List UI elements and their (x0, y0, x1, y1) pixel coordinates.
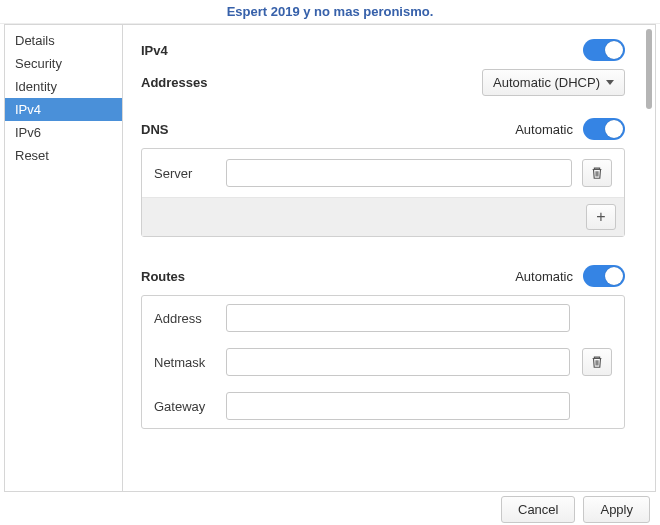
sidebar-item-identity[interactable]: Identity (5, 75, 122, 98)
addresses-label: Addresses (141, 75, 207, 90)
scrollbar-thumb[interactable] (646, 29, 652, 109)
cancel-button[interactable]: Cancel (501, 496, 575, 523)
content-pane: IPv4 Addresses Automatic (DHCP) DNS Auto… (123, 25, 643, 491)
routes-label: Routes (141, 269, 185, 284)
dns-label: DNS (141, 122, 168, 137)
ipv4-toggle[interactable] (583, 39, 625, 61)
route-delete-button[interactable] (582, 348, 612, 376)
plus-icon: + (596, 208, 605, 226)
chevron-down-icon (606, 80, 614, 85)
dns-server-label: Server (154, 166, 216, 181)
dns-panel: Server + (141, 148, 625, 237)
addresses-method-value: Automatic (DHCP) (493, 75, 600, 90)
trash-icon (590, 355, 604, 369)
sidebar: Details Security Identity IPv4 IPv6 Rese… (5, 25, 123, 491)
dns-automatic-label: Automatic (515, 122, 573, 137)
dns-add-button[interactable]: + (586, 204, 616, 230)
routes-panel: Address Netmask Gateway (141, 295, 625, 429)
routes-automatic-toggle[interactable] (583, 265, 625, 287)
addresses-method-dropdown[interactable]: Automatic (DHCP) (482, 69, 625, 96)
sidebar-item-ipv4[interactable]: IPv4 (5, 98, 122, 121)
sidebar-item-ipv6[interactable]: IPv6 (5, 121, 122, 144)
ipv4-heading: IPv4 (141, 43, 168, 58)
route-netmask-label: Netmask (154, 355, 216, 370)
route-address-input[interactable] (226, 304, 570, 332)
main-window: Details Security Identity IPv4 IPv6 Rese… (4, 24, 656, 492)
dns-server-input[interactable] (226, 159, 572, 187)
dialog-footer: Cancel Apply (0, 493, 660, 525)
route-gateway-input[interactable] (226, 392, 570, 420)
scrollbar[interactable] (643, 25, 655, 491)
apply-button[interactable]: Apply (583, 496, 650, 523)
route-address-label: Address (154, 311, 216, 326)
dns-automatic-toggle[interactable] (583, 118, 625, 140)
trash-icon (590, 166, 604, 180)
dns-delete-button[interactable] (582, 159, 612, 187)
window-title: Espert 2019 y no mas peronismo. (0, 0, 660, 24)
sidebar-item-reset[interactable]: Reset (5, 144, 122, 167)
sidebar-item-security[interactable]: Security (5, 52, 122, 75)
routes-automatic-label: Automatic (515, 269, 573, 284)
route-netmask-input[interactable] (226, 348, 570, 376)
route-gateway-label: Gateway (154, 399, 216, 414)
sidebar-item-details[interactable]: Details (5, 29, 122, 52)
